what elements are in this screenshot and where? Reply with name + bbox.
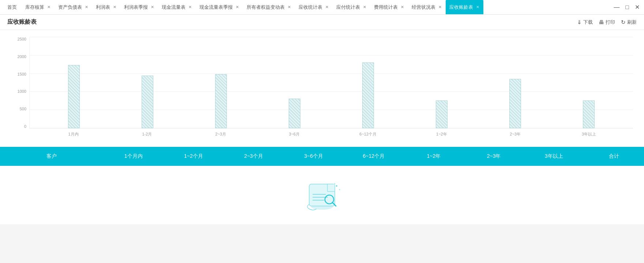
y-label: 1000: [18, 89, 26, 94]
table-header: 客户1个月内1~2个月2~3个月3~6个月6~12个月1~2年2~3年3年以上合…: [0, 147, 644, 166]
tab-label: 现金流量表: [162, 4, 186, 11]
x-label: 3~6月: [258, 132, 331, 137]
th-cell: 1~2个月: [164, 153, 224, 160]
tab-label: 应收账龄表: [449, 4, 473, 11]
tab-profit[interactable]: 利润表✕: [92, 0, 120, 15]
tab-close-icon[interactable]: ✕: [113, 5, 116, 9]
y-label: 0: [24, 125, 26, 129]
tab-close-icon[interactable]: ✕: [85, 5, 88, 9]
main-content: 05001000150020002500 1月内1-2月2~3月3~6月6~12…: [0, 30, 644, 224]
chart-area: 05001000150020002500 1月内1-2月2~3月3~6月6~12…: [0, 30, 644, 147]
tab-operations[interactable]: 经营状况表✕: [408, 0, 446, 15]
bar-group: [37, 65, 111, 128]
tab-close-icon[interactable]: ✕: [438, 5, 442, 9]
tab-close-icon[interactable]: ✕: [325, 5, 329, 9]
close-window-icon[interactable]: ✕: [633, 2, 641, 12]
th-cell: 1个月内: [104, 153, 164, 160]
x-label: 2~3月: [184, 132, 258, 137]
bar: [142, 76, 153, 128]
x-label: 1-2月: [110, 132, 184, 137]
print-button[interactable]: 🖶 打印: [599, 19, 615, 26]
tab-label: 资产负债表: [58, 4, 82, 11]
tab-ar-stat[interactable]: 应收统计表✕: [295, 0, 333, 15]
tab-ar-aging[interactable]: 应收账龄表✕: [446, 0, 483, 15]
download-icon: ⇓: [577, 19, 582, 26]
tab-equity[interactable]: 所有者权益变动表✕: [243, 0, 295, 15]
bar: [583, 100, 595, 128]
download-button[interactable]: ⇓ 下载: [577, 19, 593, 26]
th-cell: 2~3个月: [224, 153, 284, 160]
th-cell: 6~12个月: [344, 153, 404, 160]
page-actions: ⇓ 下载 🖶 打印 ↻ 刷新: [577, 19, 637, 26]
tab-close-icon[interactable]: ✕: [288, 5, 291, 9]
th-cell: 3~6个月: [284, 153, 344, 160]
tab-profit-q[interactable]: 利润表季报✕: [120, 0, 158, 15]
tab-label: 利润表: [96, 4, 110, 11]
tab-expense[interactable]: 费用统计表✕: [370, 0, 408, 15]
tab-label: 应收统计表: [299, 4, 322, 11]
print-icon: 🖶: [599, 19, 604, 25]
tab-cashflow-q[interactable]: 现金流量表季报✕: [196, 0, 243, 15]
bar-group: [479, 79, 552, 128]
tab-close-icon[interactable]: ✕: [363, 5, 366, 9]
tab-bar-actions: — □ ✕: [612, 2, 641, 12]
bar: [436, 100, 448, 128]
bar: [509, 79, 521, 128]
chart-y-axis: 05001000150020002500: [11, 37, 29, 129]
tab-close-icon[interactable]: ✕: [401, 5, 404, 9]
bar: [289, 99, 300, 128]
tab-label: 经营状况表: [412, 4, 435, 11]
th-cell: 客户: [0, 153, 104, 160]
refresh-button[interactable]: ↻ 刷新: [621, 19, 637, 26]
maximize-icon[interactable]: □: [624, 3, 630, 12]
tab-close-icon[interactable]: ✕: [476, 5, 479, 9]
tab-label: 现金流量表季报: [199, 4, 233, 11]
bar-group: [184, 74, 258, 128]
chart-x-axis: 1月内1-2月2~3月3~6月6~12个月1~2年2~3年3年以上: [29, 129, 633, 140]
th-cell: 合计: [584, 153, 644, 160]
svg-point-8: [336, 185, 337, 187]
x-label: 6~12个月: [331, 132, 405, 137]
page-header: 应收账龄表 ⇓ 下载 🖶 打印 ↻ 刷新: [0, 15, 644, 30]
bar: [215, 74, 227, 128]
minimize-icon[interactable]: —: [612, 3, 621, 12]
tab-close-icon[interactable]: ✕: [151, 5, 154, 9]
bar: [68, 65, 80, 128]
tab-close-icon[interactable]: ✕: [236, 5, 239, 9]
tab-close-icon[interactable]: ✕: [47, 5, 50, 9]
bar-group: [405, 100, 479, 128]
tab-balance[interactable]: 资产负债表✕: [55, 0, 92, 15]
table-body: [0, 166, 644, 224]
x-label: 1月内: [37, 132, 110, 137]
chart-container: 05001000150020002500 1月内1-2月2~3月3~6月6~12…: [11, 37, 633, 140]
y-label: 1500: [18, 72, 26, 76]
x-label: 1~2年: [405, 132, 478, 137]
th-cell: 2~3年: [464, 153, 524, 160]
page-title: 应收账龄表: [7, 18, 37, 26]
tab-label: 所有者权益变动表: [247, 4, 285, 11]
svg-point-10: [334, 183, 335, 184]
tab-close-icon[interactable]: ✕: [188, 5, 192, 9]
tab-label: 应付统计表: [336, 4, 360, 11]
y-label: 500: [20, 107, 26, 111]
bar-group: [111, 76, 184, 128]
bar-group: [258, 99, 331, 128]
th-cell: 1~2年: [404, 153, 464, 160]
svg-rect-2: [327, 184, 335, 191]
tab-inventory[interactable]: 库存核算✕: [22, 0, 55, 15]
refresh-icon: ↻: [621, 19, 626, 26]
bar: [362, 62, 374, 128]
bars-area: [30, 37, 633, 128]
x-label: 2~3年: [479, 132, 552, 137]
tab-cashflow[interactable]: 现金流量表✕: [158, 0, 196, 15]
svg-point-9: [339, 189, 340, 190]
tab-label: 费用统计表: [374, 4, 398, 11]
tab-home[interactable]: 首页: [3, 0, 22, 15]
empty-illustration: [300, 177, 344, 213]
bar-group: [332, 62, 405, 128]
empty-state: [300, 177, 344, 213]
y-label: 2500: [18, 37, 26, 41]
tab-label: 库存核算: [25, 4, 44, 11]
y-label: 2000: [18, 55, 26, 59]
tab-ap-stat[interactable]: 应付统计表✕: [333, 0, 370, 15]
